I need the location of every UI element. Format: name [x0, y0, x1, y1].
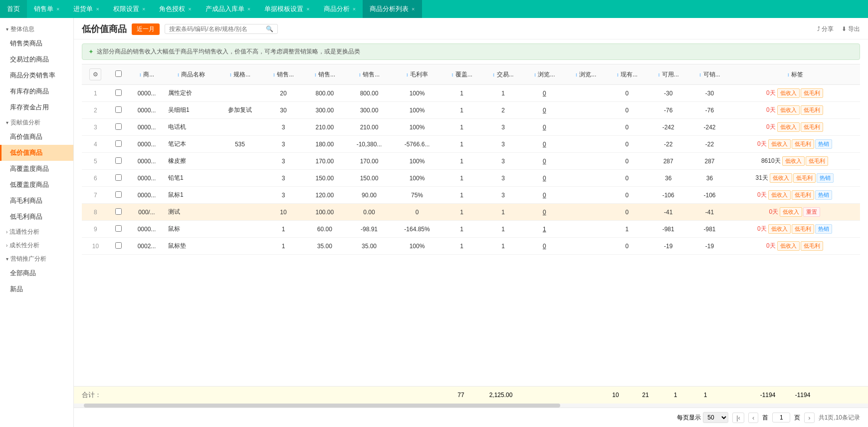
prev-page-button[interactable]: ‹: [748, 413, 758, 423]
col-name[interactable]: ↕ 商品名称: [165, 64, 217, 85]
row-browse1[interactable]: 0: [524, 187, 565, 204]
row-browse1[interactable]: 0: [524, 136, 565, 153]
col-sale1[interactable]: ↕ 销售...: [263, 64, 304, 85]
row-checkbox[interactable]: [109, 136, 128, 153]
sidebar-item-sales-goods[interactable]: 销售类商品: [0, 35, 73, 51]
col-sale2[interactable]: ↕ 销售...: [304, 64, 345, 85]
col-saleable[interactable]: ↕ 可销...: [689, 64, 730, 85]
row-select-checkbox[interactable]: [115, 225, 122, 232]
nav-tab-role[interactable]: 角色授权 ×: [152, 0, 198, 18]
row-checkbox[interactable]: [109, 153, 128, 170]
row-select-checkbox[interactable]: [115, 106, 122, 113]
row-checkbox[interactable]: [109, 170, 128, 187]
row-browse1[interactable]: 0: [524, 238, 565, 255]
sidebar-item-new-goods[interactable]: 新品: [0, 281, 73, 297]
row-browse1[interactable]: 0: [524, 102, 565, 119]
col-browse1[interactable]: ↕ 浏览...: [524, 64, 565, 85]
col-gross[interactable]: ↕ 毛利率: [393, 64, 441, 85]
sidebar-group-marketing[interactable]: ▾ 营销推广分析: [0, 252, 73, 265]
select-all-checkbox[interactable]: [115, 70, 122, 77]
close-icon[interactable]: ×: [306, 6, 309, 12]
row-browse1[interactable]: 0: [524, 119, 565, 136]
row-browse1[interactable]: 0: [524, 153, 565, 170]
col-sale3[interactable]: ↕ 销售...: [345, 64, 393, 85]
row-saleable: -106: [689, 187, 730, 204]
col-stock1[interactable]: ↕ 现有...: [607, 64, 648, 85]
row-checkbox[interactable]: [109, 204, 128, 221]
row-checkbox[interactable]: [109, 85, 128, 102]
sidebar-item-stock-goods[interactable]: 有库存的商品: [0, 83, 73, 99]
sidebar-item-traded-goods[interactable]: 交易过的商品: [0, 51, 73, 67]
next-page-button[interactable]: ›: [804, 413, 814, 423]
col-settings[interactable]: ⚙: [82, 64, 109, 85]
row-select-checkbox[interactable]: [115, 208, 122, 215]
row-checkbox[interactable]: [109, 187, 128, 204]
col-code[interactable]: ↕ 商...: [128, 64, 165, 85]
nav-tab-purchase[interactable]: 进货单 ×: [66, 0, 106, 18]
nav-tab-sales[interactable]: 销售单 ×: [27, 0, 66, 18]
row-checkbox[interactable]: [109, 119, 128, 136]
close-icon[interactable]: ×: [353, 6, 356, 12]
sidebar-item-category-sales[interactable]: 商品分类销售率: [0, 67, 73, 83]
close-icon[interactable]: ×: [247, 6, 250, 12]
col-spec[interactable]: ↕ 规格...: [217, 64, 262, 85]
row-select-checkbox[interactable]: [115, 89, 122, 96]
tag: 低收入: [768, 190, 791, 200]
table-row: 6 0000... 铅笔1 3 150.00 150.00 100% 1 3 0…: [82, 170, 860, 187]
per-page-select[interactable]: 50 20 100: [703, 412, 728, 423]
row-select-checkbox[interactable]: [115, 123, 122, 130]
close-icon[interactable]: ×: [56, 6, 59, 12]
sidebar-group-growth[interactable]: › 成长性分析: [0, 238, 73, 252]
first-page-button[interactable]: |‹: [732, 413, 744, 423]
sidebar-item-high-value[interactable]: 高价值商品: [0, 129, 73, 145]
close-icon[interactable]: ×: [412, 6, 415, 12]
nav-tab-analysis-list[interactable]: 商品分析列表 ×: [363, 0, 422, 18]
col-tags[interactable]: ↕ 标签: [730, 64, 860, 85]
col-browse2[interactable]: ↕ 浏览...: [565, 64, 607, 85]
sidebar-item-stock-capital[interactable]: 库存资金占用: [0, 99, 73, 115]
row-checkbox[interactable]: [109, 238, 128, 255]
sidebar-item-all-goods[interactable]: 全部商品: [0, 265, 73, 281]
share-button[interactable]: ⤴ 分享: [817, 25, 834, 33]
search-input[interactable]: [169, 25, 264, 32]
sidebar-group-contribution[interactable]: ▾ 贡献值分析: [0, 115, 73, 129]
col-checkbox[interactable]: [109, 64, 128, 85]
col-trade[interactable]: ↕ 交易...: [482, 64, 524, 85]
sidebar-group-circulation[interactable]: › 流通性分析: [0, 225, 73, 238]
row-select-checkbox[interactable]: [115, 191, 122, 198]
row-browse1[interactable]: 1: [524, 221, 565, 238]
nav-tab-permission[interactable]: 权限设置 ×: [106, 0, 152, 18]
tag: 低毛利: [801, 88, 823, 98]
row-checkbox[interactable]: [109, 102, 128, 119]
sidebar-item-high-coverage[interactable]: 高覆盖度商品: [0, 161, 73, 177]
export-button[interactable]: ⬇ 导出: [842, 25, 860, 33]
filter-recent-month[interactable]: 近一月: [132, 23, 160, 35]
row-select-checkbox[interactable]: [115, 174, 122, 181]
sidebar-group-general[interactable]: ▾ 整体信息: [0, 22, 73, 35]
close-icon[interactable]: ×: [142, 6, 145, 12]
row-sale3: 150.00: [345, 170, 393, 187]
row-browse1[interactable]: 0: [524, 85, 565, 102]
col-stock2[interactable]: ↕ 可用...: [648, 64, 689, 85]
nav-tab-product[interactable]: 产成品入库单 ×: [199, 0, 257, 18]
sidebar-item-high-margin[interactable]: 高毛利商品: [0, 193, 73, 209]
col-coverage[interactable]: ↕ 覆盖...: [441, 64, 482, 85]
row-select-checkbox[interactable]: [115, 157, 122, 164]
close-icon[interactable]: ×: [188, 6, 191, 12]
nav-tab-template[interactable]: 单据模板设置 ×: [257, 0, 316, 18]
nav-tab-analysis[interactable]: 商品分析 ×: [317, 0, 363, 18]
row-select-checkbox[interactable]: [115, 242, 122, 249]
row-checkbox[interactable]: [109, 221, 128, 238]
close-icon[interactable]: ×: [96, 6, 99, 12]
sidebar-item-low-value[interactable]: 低价值商品: [0, 145, 73, 161]
row-browse1[interactable]: 0: [524, 170, 565, 187]
row-select-checkbox[interactable]: [115, 140, 122, 147]
sidebar-item-low-margin[interactable]: 低毛利商品: [0, 209, 73, 225]
row-stock2: -41: [648, 204, 689, 221]
row-browse1[interactable]: 0: [524, 204, 565, 221]
sidebar-item-low-coverage[interactable]: 低覆盖度商品: [0, 177, 73, 193]
page-input[interactable]: [772, 413, 790, 423]
gear-icon[interactable]: ⚙: [89, 68, 101, 80]
nav-home[interactable]: 首页: [0, 0, 27, 18]
search-icon[interactable]: 🔍: [266, 25, 273, 32]
